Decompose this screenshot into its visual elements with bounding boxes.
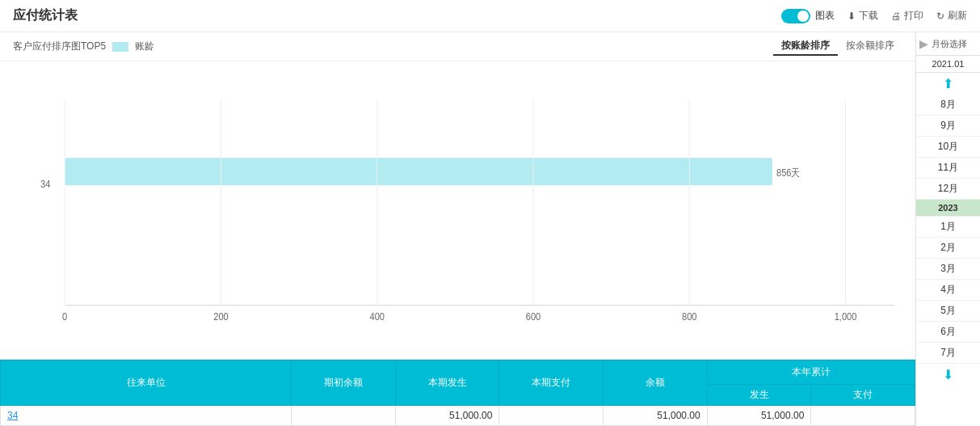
table-row: 34 51,000.00 51,000.00 51,000.00 bbox=[1, 406, 915, 426]
month-item-6[interactable]: 6月 bbox=[916, 322, 980, 343]
svg-text:400: 400 bbox=[369, 310, 385, 323]
month-item-10[interactable]: 10月 bbox=[916, 137, 980, 158]
cell-ytd-occur: 51,000.00 bbox=[707, 406, 811, 426]
refresh-icon: ↻ bbox=[936, 11, 944, 22]
cell-current-pay bbox=[499, 406, 604, 426]
svg-rect-1 bbox=[65, 158, 772, 185]
svg-text:1,000: 1,000 bbox=[835, 310, 857, 323]
month-item-5[interactable]: 5月 bbox=[916, 301, 980, 322]
chart-legend: 客户应付排序图TOP5 账龄 bbox=[13, 40, 154, 53]
year-input[interactable] bbox=[916, 56, 980, 73]
sidebar-title: 月份选择 bbox=[932, 38, 967, 50]
print-button[interactable]: 🖨 打印 bbox=[891, 9, 923, 23]
cell-opening bbox=[292, 406, 396, 426]
sidebar-collapse-icon[interactable]: ▶ bbox=[919, 37, 928, 50]
month-item-12[interactable]: 12月 bbox=[916, 179, 980, 200]
print-label: 打印 bbox=[904, 9, 923, 23]
print-icon: 🖨 bbox=[891, 11, 901, 22]
download-label: 下载 bbox=[859, 9, 878, 23]
scroll-up-button[interactable]: ⬆ bbox=[916, 73, 980, 95]
sort-by-balance-button[interactable]: 按账龄排序 bbox=[773, 37, 838, 56]
scroll-down-button[interactable]: ⬇ bbox=[916, 364, 980, 386]
data-table: 往来单位 期初余额 本期发生 本期支付 余额 本年累计 发生 支付 bbox=[0, 359, 915, 426]
legend-text: 客户应付排序图TOP5 bbox=[13, 40, 106, 53]
legend-item: 账龄 bbox=[135, 40, 154, 53]
col-header-ytd-occur: 发生 bbox=[707, 385, 811, 406]
col-header-current-occur: 本期发生 bbox=[395, 361, 499, 406]
col-header-opening: 期初余额 bbox=[292, 361, 396, 406]
cell-balance: 51,000.00 bbox=[604, 406, 708, 426]
svg-text:200: 200 bbox=[213, 310, 229, 323]
col-header-balance: 余额 bbox=[604, 361, 708, 406]
year-2023-label: 2023 bbox=[916, 200, 980, 217]
chart-toggle[interactable] bbox=[781, 9, 810, 23]
month-item-4[interactable]: 4月 bbox=[916, 280, 980, 301]
svg-text:800: 800 bbox=[682, 310, 697, 323]
chart-toggle-group: 图表 bbox=[781, 9, 835, 23]
refresh-button[interactable]: ↻ 刷新 bbox=[936, 9, 967, 23]
month-item-8[interactable]: 8月 bbox=[916, 95, 980, 116]
download-icon: ⬇ bbox=[848, 11, 856, 22]
col-header-unit: 往来单位 bbox=[1, 361, 292, 406]
month-item-3[interactable]: 3月 bbox=[916, 259, 980, 280]
month-sidebar: ▶ 月份选择 ⬆ 8月 9月 10月 11月 12月 2023 1月 2月 3月… bbox=[915, 32, 980, 426]
svg-text:0: 0 bbox=[62, 310, 67, 323]
month-item-2[interactable]: 2月 bbox=[916, 238, 980, 259]
svg-text:856天: 856天 bbox=[776, 167, 800, 179]
sort-buttons: 按账龄排序 按余额排序 bbox=[773, 37, 902, 56]
month-item-7[interactable]: 7月 bbox=[916, 343, 980, 364]
cell-unit[interactable]: 34 bbox=[1, 406, 292, 426]
month-item-1[interactable]: 1月 bbox=[916, 217, 980, 238]
download-button[interactable]: ⬇ 下载 bbox=[848, 9, 878, 23]
month-item-9[interactable]: 9月 bbox=[916, 116, 980, 137]
bar-chart: 34 856天 0 200 400 600 800 1,000 bbox=[40, 70, 902, 335]
col-header-ytd-pay: 支付 bbox=[811, 385, 915, 406]
cell-current-occur: 51,000.00 bbox=[395, 406, 499, 426]
col-header-ytd: 本年累计 bbox=[707, 361, 915, 385]
svg-text:34: 34 bbox=[40, 178, 50, 190]
page-title: 应付统计表 bbox=[13, 7, 78, 24]
legend-box bbox=[112, 42, 128, 52]
refresh-label: 刷新 bbox=[948, 9, 967, 23]
toggle-label: 图表 bbox=[815, 9, 835, 23]
cell-ytd-pay bbox=[811, 406, 915, 426]
svg-text:600: 600 bbox=[526, 310, 541, 323]
month-item-11[interactable]: 11月 bbox=[916, 158, 980, 179]
col-header-current-pay: 本期支付 bbox=[499, 361, 604, 406]
sort-by-amount-button[interactable]: 按余额排序 bbox=[838, 37, 902, 56]
chart-area: 34 856天 0 200 400 600 800 1,000 bbox=[0, 61, 915, 359]
